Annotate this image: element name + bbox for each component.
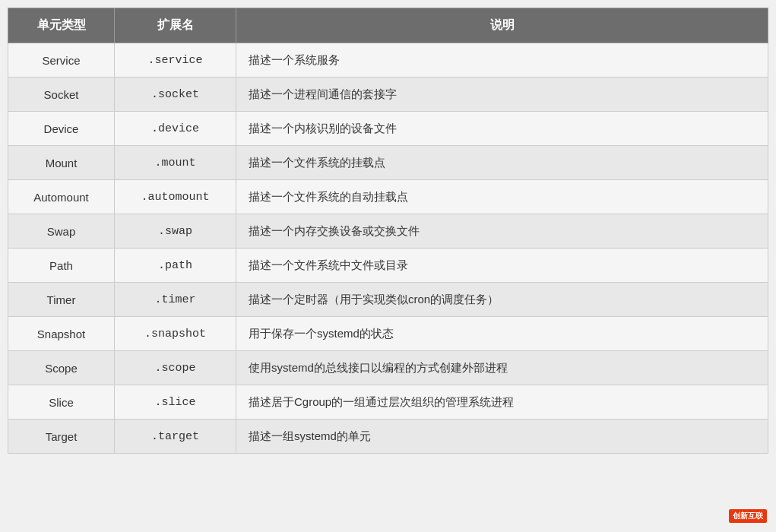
cell-desc: 使用systemd的总线接口以编程的方式创建外部进程 [236, 351, 768, 385]
table-row: Device.device描述一个内核识别的设备文件 [8, 112, 768, 146]
cell-desc: 描述一个文件系统中文件或目录 [236, 249, 768, 283]
cell-desc: 描述一个内存交换设备或交换文件 [236, 214, 768, 249]
cell-type: Scope [8, 351, 115, 385]
cell-desc: 描述一个系统服务 [236, 43, 768, 78]
table-row: Swap.swap描述一个内存交换设备或交换文件 [8, 214, 768, 249]
watermark-logo: 创新互联 [729, 509, 767, 523]
cell-ext: .snapshot [115, 317, 236, 351]
table-row: Path.path描述一个文件系统中文件或目录 [8, 249, 768, 283]
page-container: 单元类型 扩展名 说明 Service.service描述一个系统服务Socke… [0, 0, 776, 532]
cell-type: Target [8, 420, 115, 454]
cell-type: Device [8, 112, 115, 146]
table-row: Automount.automount描述一个文件系统的自动挂载点 [8, 180, 768, 214]
cell-type: Timer [8, 283, 115, 317]
cell-ext: .device [115, 112, 236, 146]
table-row: Slice.slice描述居于Cgroup的一组通过层次组织的管理系统进程 [8, 385, 768, 420]
table-row: Timer.timer描述一个定时器（用于实现类似cron的调度任务） [8, 283, 768, 317]
cell-ext: .path [115, 249, 236, 283]
cell-ext: .automount [115, 180, 236, 214]
cell-desc: 描述一个文件系统的自动挂载点 [236, 180, 768, 214]
cell-type: Mount [8, 146, 115, 180]
table-row: Service.service描述一个系统服务 [8, 43, 768, 78]
cell-desc: 描述一个进程间通信的套接字 [236, 78, 768, 112]
cell-type: Path [8, 249, 115, 283]
cell-ext: .swap [115, 214, 236, 249]
cell-desc: 描述一个内核识别的设备文件 [236, 112, 768, 146]
col-header-ext: 扩展名 [115, 8, 236, 43]
cell-ext: .slice [115, 385, 236, 420]
cell-type: Slice [8, 385, 115, 420]
cell-type: Service [8, 43, 115, 78]
cell-ext: .timer [115, 283, 236, 317]
cell-ext: .scope [115, 351, 236, 385]
table-row: Mount.mount描述一个文件系统的挂载点 [8, 146, 768, 180]
table-row: Target.target描述一组systemd的单元 [8, 420, 768, 454]
cell-ext: .target [115, 420, 236, 454]
table-row: Socket.socket描述一个进程间通信的套接字 [8, 78, 768, 112]
cell-desc: 用于保存一个systemd的状态 [236, 317, 768, 351]
cell-desc: 描述一个定时器（用于实现类似cron的调度任务） [236, 283, 768, 317]
cell-desc: 描述居于Cgroup的一组通过层次组织的管理系统进程 [236, 385, 768, 420]
cell-type: Swap [8, 214, 115, 249]
table-row: Snapshot.snapshot用于保存一个systemd的状态 [8, 317, 768, 351]
col-header-type: 单元类型 [8, 8, 115, 43]
cell-type: Socket [8, 78, 115, 112]
cell-ext: .socket [115, 78, 236, 112]
cell-ext: .mount [115, 146, 236, 180]
cell-desc: 描述一个文件系统的挂载点 [236, 146, 768, 180]
table-row: Scope.scope使用systemd的总线接口以编程的方式创建外部进程 [8, 351, 768, 385]
table-header-row: 单元类型 扩展名 说明 [8, 8, 768, 43]
cell-ext: .service [115, 43, 236, 78]
col-header-desc: 说明 [236, 8, 768, 43]
watermark: 创新互联 [724, 509, 767, 523]
cell-type: Automount [8, 180, 115, 214]
cell-desc: 描述一组systemd的单元 [236, 420, 768, 454]
unit-type-table: 单元类型 扩展名 说明 Service.service描述一个系统服务Socke… [8, 8, 768, 454]
cell-type: Snapshot [8, 317, 115, 351]
